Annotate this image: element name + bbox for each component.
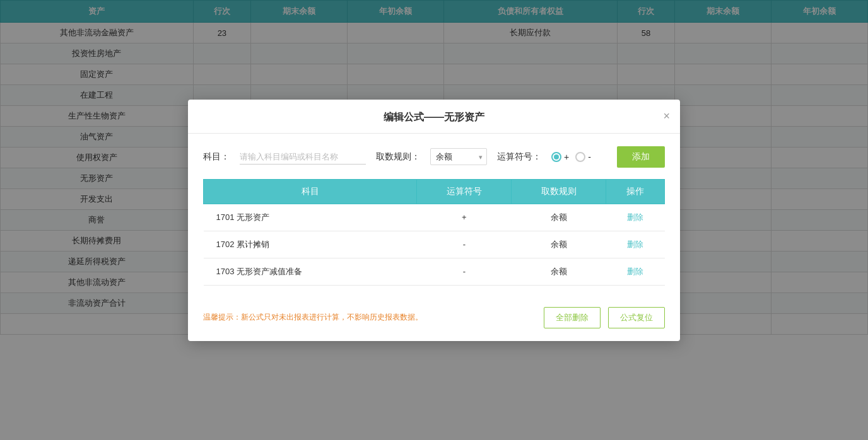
col-subject: 科目	[204, 179, 417, 204]
table-row: 1702 累计摊销-余额删除	[204, 231, 665, 258]
col-rule: 取数规则	[512, 179, 606, 204]
operator-plus-label: +	[564, 152, 569, 162]
radio-circle-minus	[575, 152, 585, 162]
modal-footer: 温馨提示：新公式只对未出报表进行计算，不影响历史报表数据。 全部删除 公式复位	[188, 298, 680, 341]
col-operator: 运算符号	[417, 179, 512, 204]
formula-table: 科目 运算符号 取数规则 操作 1701 无形资产+余额删除1702 累计摊销-…	[203, 179, 665, 286]
operator-minus-label: -	[588, 152, 591, 162]
modal-overlay: 编辑公式——无形资产 × 科目： 取数规则： 余额借方发生额贷方发生额 运算符号…	[0, 0, 868, 440]
rule-select[interactable]: 余额借方发生额贷方发生额	[430, 148, 487, 165]
delete-row-button[interactable]: 删除	[627, 212, 643, 222]
delete-row-button[interactable]: 删除	[627, 267, 643, 276]
tip-text: 温馨提示：新公式只对未出报表进行计算，不影响历史报表数据。	[203, 312, 423, 323]
operator-radio-group: + -	[551, 152, 591, 162]
footer-buttons: 全部删除 公式复位	[544, 307, 665, 328]
operator-plus-radio[interactable]: +	[551, 152, 569, 162]
modal-header: 编辑公式——无形资产 ×	[188, 100, 680, 134]
reset-formula-button[interactable]: 公式复位	[608, 307, 665, 328]
table-row: 1701 无形资产+余额删除	[204, 204, 665, 231]
operator-label: 运算符号：	[497, 151, 541, 163]
rule-label: 取数规则：	[376, 151, 420, 163]
modal-dialog: 编辑公式——无形资产 × 科目： 取数规则： 余额借方发生额贷方发生额 运算符号…	[188, 100, 680, 341]
add-button[interactable]: 添加	[617, 146, 665, 168]
delete-row-button[interactable]: 删除	[627, 240, 643, 249]
operator-minus-radio[interactable]: -	[575, 152, 591, 162]
radio-circle-plus	[551, 152, 561, 162]
subject-label: 科目：	[203, 151, 230, 163]
modal-title: 编辑公式——无形资产	[384, 112, 484, 122]
table-row: 1703 无形资产减值准备-余额删除	[204, 258, 665, 285]
modal-body: 科目： 取数规则： 余额借方发生额贷方发生额 运算符号： + -	[188, 134, 680, 298]
table-header-row: 科目 运算符号 取数规则 操作	[204, 179, 665, 204]
formula-form-row: 科目： 取数规则： 余额借方发生额贷方发生额 运算符号： + -	[203, 146, 665, 168]
col-action: 操作	[606, 179, 665, 204]
delete-all-button[interactable]: 全部删除	[544, 307, 601, 328]
modal-close-button[interactable]: ×	[663, 110, 670, 122]
rule-select-wrapper: 余额借方发生额贷方发生额	[430, 148, 487, 165]
subject-input[interactable]	[240, 149, 366, 165]
